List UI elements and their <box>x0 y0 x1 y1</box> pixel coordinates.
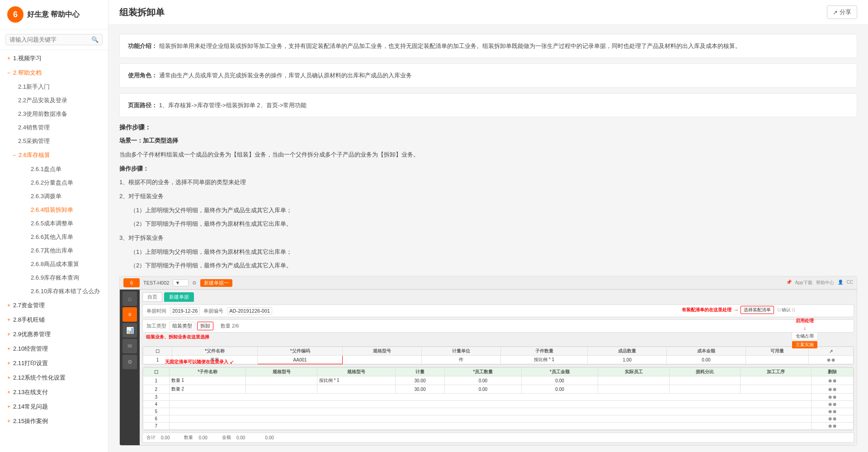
search-box: 🔍 <box>0 29 108 50</box>
sidebar-header: 6 好生意 帮助中心 <box>0 0 108 29</box>
mock-tab-home[interactable]: 自页 <box>142 292 162 302</box>
mock-arrow-down1: ↓ <box>803 325 806 331</box>
sidebar-item-cost-recalc[interactable]: 2.6.8商品成本重算 <box>25 257 108 271</box>
sidebar-item-partial-stocktake[interactable]: 2.6.2分量盘点单 <box>25 176 108 190</box>
path-text: 1、库存核算->库存管理->组装拆卸单 2、首页->常用功能 <box>159 102 307 109</box>
mock-company: TEST-H002 <box>143 280 169 285</box>
mock-td2b-process <box>740 385 811 394</box>
mock-user-icon: 👤 <box>838 280 843 286</box>
sidebar-item-sales[interactable]: 2.4销售管理 <box>13 121 108 134</box>
sidebar-item-data-prep[interactable]: 2.3使用前数据准备 <box>13 107 108 121</box>
share-button[interactable]: ↗ 分享 <box>827 5 857 19</box>
scene1-title: 场景一：加工类型选择 <box>119 135 857 147</box>
sidebar-item-print[interactable]: + 2.11打印设置 <box>0 356 108 371</box>
sidebar-item-faq[interactable]: + 2.14常见问题 <box>0 400 108 414</box>
mock-th2-unit: 计量 <box>395 368 444 376</box>
mock-td2b-actual <box>598 385 669 394</box>
app-title: 好生意 帮助中心 <box>27 10 80 19</box>
mock-td2b-del[interactable]: ⊕ ⊗ <box>811 385 853 394</box>
mock-td2-del[interactable]: ⊕ ⊗ <box>811 376 853 385</box>
sidebar-item-cases[interactable]: + 2.15操作案例 <box>0 414 108 428</box>
mock-th2-loss: 损耗分比 <box>669 368 740 376</box>
mock-td2e-del[interactable]: ⊕ ⊗ <box>811 408 853 415</box>
sidebar-item-personalization[interactable]: + 2.12系统个性化设置 <box>0 371 108 385</box>
top-bar: 组装拆卸单 ↗ 分享 <box>108 0 868 25</box>
sidebar-item-install[interactable]: 2.2产品安装及登录 <box>13 94 108 107</box>
mock-td2d-del[interactable]: ⊕ ⊗ <box>811 401 853 408</box>
sidebar-item-stocktake[interactable]: 2.6.1盘点单 <box>25 162 108 176</box>
mock-td2b-spec2 <box>317 385 395 394</box>
table-row: 1 米米 AA001 件 按比例 * 1 1.00 0.00 <box>143 356 854 364</box>
mock-td2b-loss <box>669 385 740 394</box>
mock-bottom-bar: 合计 0.00 数量 0.00 金额 0.00 0.00 <box>142 433 854 442</box>
mock-enable-input[interactable]: 仓储占用 <box>792 332 818 340</box>
sidebar-item-mobile[interactable]: + 2.8手机旺铺 <box>0 313 108 327</box>
sidebar-item-assembly[interactable]: 2.6.4组装拆卸单 <box>25 203 108 217</box>
mock-td2f-del[interactable]: ⊕ ⊗ <box>811 415 853 423</box>
mock-th2-name: *子件名称 <box>169 368 246 376</box>
sidebar-item-inventory-query[interactable]: 2.6.9库存账本查询 <box>25 271 108 285</box>
mock-th2-del: 删除 <box>811 368 853 376</box>
sidebar-item-inventory[interactable]: − 2.6库存核算 <box>13 148 108 162</box>
mock-qty-label2: 数量 <box>184 434 193 441</box>
mock-td-finish-qty: 1.00 <box>588 356 667 364</box>
mock-main-body: 自页 新建单据 单据时间 2019-12-26 单据编号 AD-20191226… <box>140 290 857 445</box>
sidebar-item-other-in[interactable]: 2.6.6其他入库单 <box>25 230 108 244</box>
ops-section: 操作步骤： 场景一：加工类型选择 当由多个子件材料组装成一个成品的业务为【组装】… <box>119 124 857 446</box>
mock-type-bar: 加工类型 组装类型 拆卸 数量 2/6 <box>142 319 854 333</box>
expand-icon: + <box>7 404 10 410</box>
mock-td2g-num: 7 <box>143 423 170 430</box>
mock-td2c-del[interactable]: ⊕ ⊗ <box>811 394 853 401</box>
mock-tab-new[interactable]: 新建单据 <box>164 292 194 302</box>
sidebar-item-help-docs[interactable]: − 2.帮助文档 <box>0 66 108 80</box>
sidebar-item-transfer[interactable]: 2.6.3调拨单 <box>25 190 108 203</box>
mock-table1-container: ☐ *父件名称 *父件编码 规格型号 计量单位 子件数量 成品数量 成本金额 <box>142 346 854 365</box>
step2-sub1: （1）上部明细为父件明细，最终作为产成品生成其它入库单； <box>130 205 857 216</box>
screenshot-container: 6 TEST-H002 ▼ ⚙ 新建单据一 📌 App下载 帮助中心 👤 CC <box>120 276 857 445</box>
mock-td2e-empty <box>169 408 811 415</box>
mock-settings-icon: ⚙ <box>192 280 197 286</box>
step2: 2、对于组装业务 <box>119 191 857 202</box>
mock-table2: ☐ *子件名称 规格型号 规格型号 计量 *员工数量 *员工金额 <box>143 367 854 430</box>
sidebar-item-other-out[interactable]: 2.6.7其他出库单 <box>25 244 108 257</box>
content-area: 功能介绍： 组装拆卸单用来处理企业组装或拆卸等加工业务，支持有固定装配清单的产品… <box>108 25 868 452</box>
mock-select-btn[interactable]: 选择装配清单 <box>741 306 774 314</box>
sidebar-item-finance[interactable]: + 2.7资金管理 <box>0 298 108 313</box>
mock-th2-spec1: 规格型号 <box>246 368 317 376</box>
mock-type-input1[interactable]: 组装类型 <box>169 322 195 330</box>
mock-th-cost: 成本金额 <box>667 347 746 356</box>
sidebar-item-biz-mgmt[interactable]: + 2.10经营管理 <box>0 342 108 356</box>
mock-arrow-right: → <box>733 307 739 313</box>
mock-new-btn[interactable]: 新建单据一 <box>200 279 232 287</box>
mock-td2b-amount: 0.00 <box>521 385 598 394</box>
mock-apps-text: App下载 <box>795 280 812 286</box>
sidebar-item-coupon[interactable]: + 2.9优惠券管理 <box>0 327 108 342</box>
mock-td2c-num: 3 <box>143 394 170 401</box>
mock-td2g-del[interactable]: ⊕ ⊗ <box>811 423 853 430</box>
sidebar-item-inventory-error[interactable]: 2.6.10库存账本错了么么办 <box>25 285 108 298</box>
mock-th-child-qty: 子件数量 <box>500 347 588 356</box>
search-input-wrap[interactable]: 🔍 <box>5 34 103 45</box>
expand-icon: + <box>7 375 10 381</box>
mock-td-code: AA001 <box>257 356 343 364</box>
mock-confirm-btn[interactable]: 立案实施 <box>792 341 817 348</box>
share-icon: ↗ <box>833 9 838 16</box>
sidebar-item-online-pay[interactable]: + 2.13在线支付 <box>0 385 108 400</box>
sidebar-item-video[interactable]: + 1.视频学习 <box>0 51 108 66</box>
sidebar-item-purchase[interactable]: 2.5采购管理 <box>13 134 108 148</box>
mock-td-cost: 0.00 <box>667 356 746 364</box>
mock-annotation-type: 组装业务、拆卸业务在这里选择 <box>146 334 209 340</box>
mock-annotation-nofixed-text: 无固定清单可以随便在这里录入 <box>165 359 228 365</box>
mock-date-val: 2019-12-26 <box>170 307 200 314</box>
mock-icons-area: 📌 App下载 帮助中心 👤 CC <box>786 280 853 286</box>
sidebar-item-label: 2.帮助文档 <box>13 69 42 77</box>
mock-td2-qty: 0.00 <box>445 376 522 385</box>
scene1-desc: 当由多个子件材料组装成一个成品的业务为【组装】业务，当由一个父件拆分成多个子产品… <box>119 149 857 161</box>
mock-type-input-selected[interactable]: 拆卸 <box>197 322 213 330</box>
search-input[interactable] <box>9 36 91 43</box>
sidebar-item-cost-adjust[interactable]: 2.6.5成本调整单 <box>25 217 108 230</box>
mock-th-checkbox: ☐ <box>143 347 172 356</box>
mock-th2-spec2: 规格型号 <box>317 368 395 376</box>
mock-td2g-empty <box>169 423 811 430</box>
sidebar-item-new-user[interactable]: 2.1新手入门 <box>13 80 108 94</box>
